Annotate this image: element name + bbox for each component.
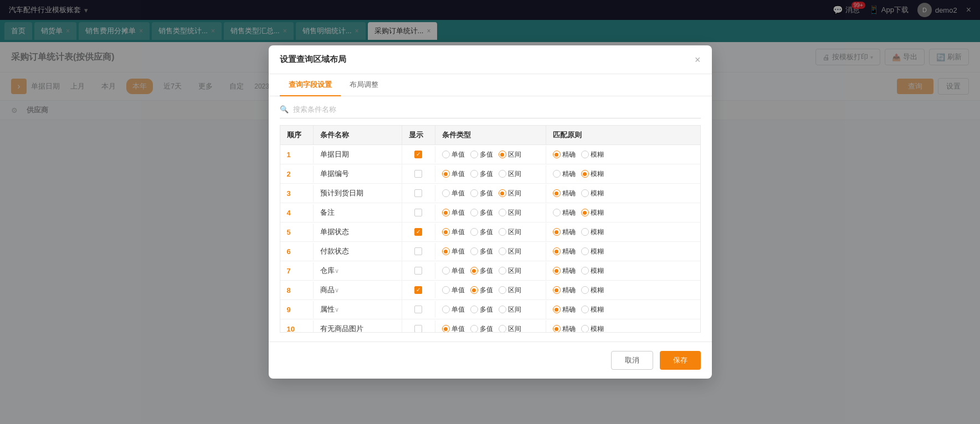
modal-search-icon: 🔍 — [280, 105, 289, 113]
modal-title: 设置查询区域布局 — [280, 54, 346, 65]
modal-close-btn[interactable]: × — [695, 55, 701, 65]
modal-body: 🔍 顺序 条件名称 显示 条件类型 匹配原则 1单据日期单值多值区间精确模糊2单… — [269, 96, 712, 120]
modal: 设置查询区域布局 × 查询字段设置 布局调整 🔍 顺序 条件名称 — [269, 45, 712, 120]
modal-tab-layout[interactable]: 布局调整 — [341, 74, 387, 96]
modal-search-input[interactable] — [293, 105, 701, 113]
modal-overlay: 设置查询区域布局 × 查询字段设置 布局调整 🔍 顺序 条件名称 — [0, 0, 980, 120]
modal-tabs: 查询字段设置 布局调整 — [269, 74, 712, 96]
modal-tab-query[interactable]: 查询字段设置 — [280, 74, 341, 96]
modal-search: 🔍 — [280, 105, 701, 118]
modal-header: 设置查询区域布局 × — [269, 45, 712, 74]
